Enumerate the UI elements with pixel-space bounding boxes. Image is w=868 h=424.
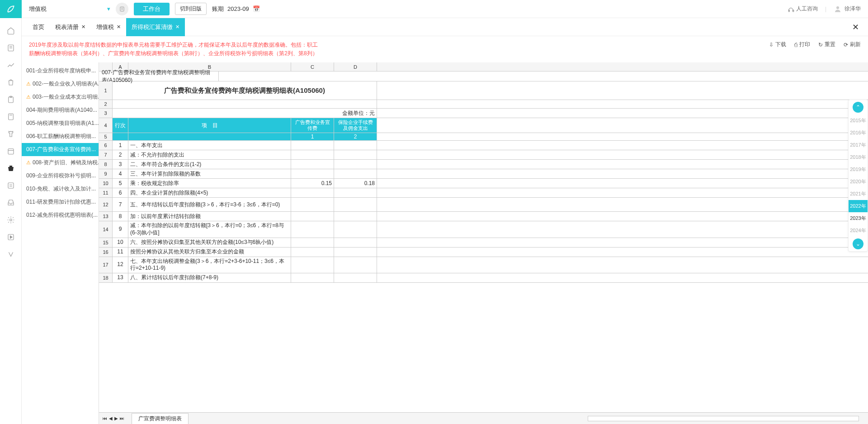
unit-label[interactable]: 金额单位：元 bbox=[113, 109, 377, 118]
sheet-nav-last[interactable]: ⏭ bbox=[120, 416, 124, 421]
form-list-item[interactable]: 010-免税、减计收入及加计... bbox=[22, 182, 99, 195]
sheet-nav-next[interactable]: ▶ bbox=[114, 416, 118, 421]
year-item[interactable]: 2024年 bbox=[850, 224, 866, 237]
year-item[interactable]: 2018年 bbox=[850, 151, 866, 163]
header-cell[interactable]: 广告费和业务宣传费 bbox=[291, 118, 334, 133]
data-cell[interactable] bbox=[291, 198, 334, 211]
calendar-icon[interactable]: 📅 bbox=[253, 5, 260, 12]
data-cell[interactable] bbox=[334, 273, 377, 282]
row-label[interactable]: 四、本企业计算的扣除限额(4×5) bbox=[128, 188, 291, 197]
row-label[interactable]: 八、累计结转以后年度扣除额(7+8-9) bbox=[128, 273, 291, 282]
row-label[interactable]: 二、本年符合条件的支出(1-2) bbox=[128, 160, 291, 169]
data-cell[interactable] bbox=[291, 238, 334, 247]
form-list-item[interactable]: ⚠008-资产折旧、摊销及纳税... bbox=[22, 156, 99, 169]
row-num[interactable]: 3 bbox=[113, 160, 128, 169]
form-list-item[interactable]: 006-职工薪酬纳税调整明细... bbox=[22, 130, 99, 143]
row-header[interactable]: 17 bbox=[99, 257, 113, 273]
workspace-button[interactable]: 工作台 bbox=[134, 3, 170, 15]
cell[interactable] bbox=[113, 100, 377, 108]
data-cell[interactable] bbox=[291, 150, 334, 159]
row-header[interactable]: 11 bbox=[99, 188, 113, 197]
form-list-item[interactable]: 009-企业所得税弥补亏损明... bbox=[22, 169, 99, 182]
period-value[interactable]: 2023-09 bbox=[227, 5, 249, 12]
row-label[interactable]: 六、按照分摊协议归集至其他关联方的金额(10≤3与6孰小值) bbox=[128, 238, 291, 247]
data-cell[interactable] bbox=[334, 150, 377, 159]
cell[interactable]: 1 bbox=[291, 133, 334, 140]
shirt-icon[interactable] bbox=[6, 129, 15, 138]
data-cell[interactable] bbox=[334, 198, 377, 211]
data-cell[interactable] bbox=[334, 248, 377, 257]
refresh-button[interactable]: ⟳刷新 bbox=[844, 41, 861, 48]
row-label[interactable]: 加：以前年度累计结转扣除额 bbox=[128, 212, 291, 221]
data-cell[interactable] bbox=[291, 188, 334, 197]
row-header[interactable]: 13 bbox=[99, 212, 113, 221]
v-icon[interactable] bbox=[6, 250, 15, 259]
row-num[interactable]: 6 bbox=[113, 188, 128, 197]
row-header[interactable]: 6 bbox=[99, 141, 113, 150]
header-cell[interactable]: 保险企业手续费及佣金支出 bbox=[334, 118, 377, 133]
data-cell[interactable] bbox=[334, 238, 377, 247]
form-list-item[interactable]: 007-广告费和业务宣传费跨... bbox=[22, 143, 99, 156]
data-cell[interactable] bbox=[334, 212, 377, 221]
row-num[interactable]: 2 bbox=[113, 150, 128, 159]
sheet-nav-first[interactable]: ⏮ bbox=[103, 416, 107, 421]
home-icon[interactable] bbox=[6, 26, 15, 35]
row-header[interactable]: 1 bbox=[99, 81, 113, 100]
data-cell[interactable] bbox=[291, 141, 334, 150]
data-cell[interactable] bbox=[291, 273, 334, 282]
row-num[interactable]: 11 bbox=[113, 248, 128, 257]
tax-type-selector[interactable]: 增值税 ▾ bbox=[29, 5, 110, 13]
row-header[interactable]: 5 bbox=[99, 133, 113, 140]
data-cell[interactable] bbox=[334, 188, 377, 197]
tab-vat[interactable]: 增值税✕ bbox=[91, 18, 126, 36]
bag-icon[interactable] bbox=[6, 78, 15, 87]
header-cell[interactable]: 行次 bbox=[113, 118, 128, 133]
data-cell[interactable] bbox=[291, 221, 334, 237]
tab-tax-list[interactable]: 税表清册✕ bbox=[50, 18, 91, 36]
form-list-item[interactable]: 001-企业所得税年度纳税申... bbox=[22, 64, 99, 77]
data-cell[interactable] bbox=[334, 160, 377, 169]
sheet-tab[interactable]: 广宣费调整明细表 bbox=[132, 413, 189, 424]
sheet-nav-prev[interactable]: ◀ bbox=[109, 416, 113, 421]
data-cell[interactable] bbox=[334, 169, 377, 178]
row-num[interactable]: 1 bbox=[113, 141, 128, 150]
year-item[interactable]: 2017年 bbox=[850, 139, 866, 151]
row-label[interactable]: 减：不允许扣除的支出 bbox=[128, 150, 291, 159]
col-header-c[interactable]: C bbox=[291, 62, 334, 71]
row-label[interactable]: 按照分摊协议从其他关联方归集至本企业的金额 bbox=[128, 248, 291, 257]
inbox-icon[interactable] bbox=[6, 198, 15, 207]
header-cell[interactable]: 项 目 bbox=[128, 118, 291, 133]
form-list-item[interactable]: 012-减免所得税优惠明细表(... bbox=[22, 209, 99, 222]
tab-income-tax[interactable]: 所得税汇算清缴✕ bbox=[126, 18, 185, 36]
round-button[interactable] bbox=[116, 3, 128, 15]
row-label[interactable]: 七、本年支出纳税调整金额(3＞6，本行=2+3-6+10-11；3≤6，本行=2… bbox=[128, 257, 291, 273]
row-num[interactable]: 9 bbox=[113, 221, 128, 237]
row-label[interactable]: 减：本年扣除的以前年度结转额[3＞6，本行=0；3≤6，本行=8与(6-3)孰小… bbox=[128, 221, 291, 237]
row-num[interactable]: 13 bbox=[113, 273, 128, 282]
print-button[interactable]: ⎙打印 bbox=[794, 41, 810, 48]
tab-home[interactable]: 首页 bbox=[27, 18, 50, 36]
year-item[interactable]: 2021年 bbox=[850, 188, 866, 200]
row-header[interactable]: 8 bbox=[99, 160, 113, 169]
row-num[interactable]: 5 bbox=[113, 179, 128, 188]
data-cell[interactable] bbox=[291, 257, 334, 273]
cell[interactable] bbox=[113, 133, 128, 140]
consult-button[interactable]: 人工咨询 bbox=[788, 5, 818, 13]
row-header[interactable]: 2 bbox=[99, 100, 113, 108]
form-list-item[interactable]: 011-研发费用加计扣除优惠... bbox=[22, 195, 99, 209]
year-item[interactable]: 2023年 bbox=[850, 212, 866, 224]
row-num[interactable]: 10 bbox=[113, 238, 128, 247]
chart-icon[interactable] bbox=[6, 61, 15, 70]
data-cell[interactable] bbox=[291, 160, 334, 169]
gear-icon[interactable] bbox=[6, 215, 15, 224]
data-cell[interactable] bbox=[334, 257, 377, 273]
row-num[interactable]: 8 bbox=[113, 212, 128, 221]
doc-icon[interactable] bbox=[6, 43, 15, 52]
row-header[interactable]: 14 bbox=[99, 221, 113, 237]
reset-button[interactable]: ↻重置 bbox=[818, 41, 835, 48]
row-num[interactable]: 12 bbox=[113, 257, 128, 273]
close-icon[interactable]: ✕ bbox=[117, 24, 121, 30]
formula-bar[interactable]: 007-广告费和业务宣传费跨年度纳税调整明细表(A105060) bbox=[99, 71, 219, 81]
close-icon[interactable]: ✕ bbox=[175, 24, 179, 30]
close-icon[interactable]: ✕ bbox=[81, 24, 85, 30]
